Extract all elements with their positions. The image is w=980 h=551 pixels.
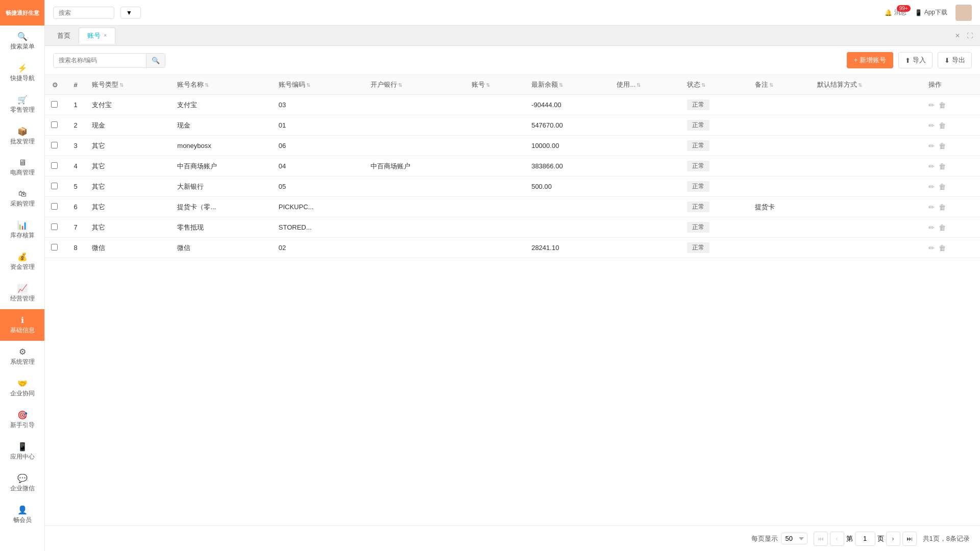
sidebar-item-搜索菜单[interactable]: 🔍搜索菜单 xyxy=(0,26,44,57)
sidebar-item-零售管理[interactable]: 🛒零售管理 xyxy=(0,89,44,120)
table-row: 4 其它 中百商场账户 04 中百商场账户 383866.00 正常 ✏ 🗑 xyxy=(45,156,980,177)
sidebar-item-应用中心[interactable]: 📱应用中心 xyxy=(0,436,44,467)
content-search-input[interactable] xyxy=(54,54,146,67)
col-default-payment[interactable]: 默认结算方式⇅ xyxy=(811,75,922,95)
sidebar-item-新手引导[interactable]: 🎯新手引导 xyxy=(0,404,44,436)
sidebar-item-系统管理[interactable]: ⚙系统管理 xyxy=(0,341,44,372)
window-expand-btn[interactable]: ⛶ xyxy=(964,30,976,42)
delete-icon[interactable]: 🗑 xyxy=(939,223,946,232)
delete-icon[interactable]: 🗑 xyxy=(939,203,946,211)
edit-icon[interactable]: ✏ xyxy=(928,162,935,170)
sidebar-item-采购管理[interactable]: 🛍采购管理 xyxy=(0,183,44,214)
col-bank[interactable]: 开户银行⇅ xyxy=(364,75,465,95)
edit-icon[interactable]: ✏ xyxy=(928,101,935,109)
avatar[interactable] xyxy=(955,5,972,21)
add-account-btn[interactable]: + 新增账号 xyxy=(847,52,893,68)
row-checkbox[interactable] xyxy=(45,95,65,115)
row-usage xyxy=(610,217,681,238)
row-check[interactable] xyxy=(51,121,58,128)
app-download-label: App下载 xyxy=(924,8,947,17)
message-btn[interactable]: 🔔 消息 99+ xyxy=(885,8,906,17)
row-bank xyxy=(364,136,465,156)
next-page-btn[interactable]: › xyxy=(886,532,900,546)
row-check[interactable] xyxy=(51,162,58,169)
col-remark[interactable]: 备注⇅ xyxy=(749,75,812,95)
import-btn[interactable]: ⬆ 导入 xyxy=(898,52,933,68)
row-checkbox[interactable] xyxy=(45,115,65,136)
sidebar-item-电商管理[interactable]: 🖥电商管理 xyxy=(0,152,44,183)
tab-home[interactable]: 首页 xyxy=(49,28,79,43)
col-name[interactable]: 账号名称⇅ xyxy=(171,75,272,95)
header-search-input[interactable] xyxy=(53,7,114,19)
col-settings[interactable]: ⚙ xyxy=(45,75,65,95)
edit-icon[interactable]: ✏ xyxy=(928,142,935,150)
search-submit-btn[interactable]: 🔍 xyxy=(146,54,165,67)
row-check[interactable] xyxy=(51,244,58,251)
col-account[interactable]: 账号⇅ xyxy=(465,75,525,95)
sidebar-label: 经营管理 xyxy=(0,294,44,303)
row-check[interactable] xyxy=(51,223,58,230)
page-number-input[interactable] xyxy=(855,532,875,546)
export-icon: ⬇ xyxy=(944,57,950,64)
edit-icon[interactable]: ✏ xyxy=(928,223,935,232)
sidebar-item-库存核算[interactable]: 📊库存核算 xyxy=(0,214,44,246)
row-check[interactable] xyxy=(51,101,58,108)
col-usage[interactable]: 使用...⇅ xyxy=(610,75,681,95)
window-close-btn[interactable]: ✕ xyxy=(951,30,964,42)
delete-icon[interactable]: 🗑 xyxy=(939,121,946,130)
sidebar-item-快捷导航[interactable]: ⚡快捷导航 xyxy=(0,57,44,89)
row-check[interactable] xyxy=(51,142,58,148)
delete-icon[interactable]: 🗑 xyxy=(939,162,946,170)
bell-icon: 🔔 xyxy=(885,9,892,16)
row-status: 正常 xyxy=(681,156,748,177)
sidebar-icon: 🤝 xyxy=(0,379,44,388)
row-default-payment xyxy=(811,238,922,258)
sidebar-item-畅会员[interactable]: 👤畅会员 xyxy=(0,499,44,531)
row-check[interactable] xyxy=(51,203,58,210)
row-checkbox[interactable] xyxy=(45,177,65,197)
col-code[interactable]: 账号编码⇅ xyxy=(273,75,364,95)
delete-icon[interactable]: 🗑 xyxy=(939,183,946,191)
page-size-select[interactable]: 50 20 100 xyxy=(781,533,807,544)
delete-icon[interactable]: 🗑 xyxy=(939,101,946,109)
tab-accounts[interactable]: 账号 × xyxy=(79,28,115,44)
sidebar-icon: 📱 xyxy=(0,442,44,452)
content-search-box[interactable]: 🔍 xyxy=(53,53,165,68)
edit-icon[interactable]: ✏ xyxy=(928,183,935,191)
sidebar-item-经营管理[interactable]: 📈经营管理 xyxy=(0,278,44,309)
sidebar-item-基础信息[interactable]: ℹ基础信息 xyxy=(0,309,44,341)
app-download-btn[interactable]: 📱 App下载 xyxy=(915,8,947,17)
sidebar-icon: 💬 xyxy=(0,473,44,483)
sidebar-item-资金管理[interactable]: 💰资金管理 xyxy=(0,246,44,278)
row-checkbox[interactable] xyxy=(45,197,65,217)
export-btn[interactable]: ⬇ 导出 xyxy=(938,52,972,68)
per-page-label: 每页显示 xyxy=(751,534,778,543)
row-bank xyxy=(364,95,465,115)
sidebar-item-批发管理[interactable]: 📦批发管理 xyxy=(0,120,44,152)
row-code: 01 xyxy=(273,115,364,136)
row-checkbox[interactable] xyxy=(45,238,65,258)
tab-close-icon[interactable]: × xyxy=(104,33,107,38)
row-check[interactable] xyxy=(51,183,58,189)
sidebar-item-企业协同[interactable]: 🤝企业协同 xyxy=(0,372,44,404)
row-checkbox[interactable] xyxy=(45,156,65,177)
edit-icon[interactable]: ✏ xyxy=(928,244,935,252)
row-remark xyxy=(749,136,812,156)
delete-icon[interactable]: 🗑 xyxy=(939,244,946,252)
edit-icon[interactable]: ✏ xyxy=(928,121,935,130)
row-index: 2 xyxy=(65,115,86,136)
sidebar-label: 零售管理 xyxy=(0,106,44,114)
col-status[interactable]: 状态⇅ xyxy=(681,75,748,95)
row-checkbox[interactable] xyxy=(45,217,65,238)
col-type[interactable]: 账号类型⇅ xyxy=(86,75,171,95)
edit-icon[interactable]: ✏ xyxy=(928,203,935,211)
header-dropdown-btn[interactable]: ▼ xyxy=(120,7,141,19)
row-checkbox[interactable] xyxy=(45,136,65,156)
row-code: 04 xyxy=(273,156,364,177)
col-balance[interactable]: 最新余额⇅ xyxy=(525,75,610,95)
last-page-btn[interactable]: ⏭ xyxy=(902,532,917,546)
first-page-btn[interactable]: ⏮ xyxy=(814,532,828,546)
delete-icon[interactable]: 🗑 xyxy=(939,142,946,150)
sidebar-item-企业微信[interactable]: 💬企业微信 xyxy=(0,467,44,499)
prev-page-btn[interactable]: ‹ xyxy=(830,532,844,546)
